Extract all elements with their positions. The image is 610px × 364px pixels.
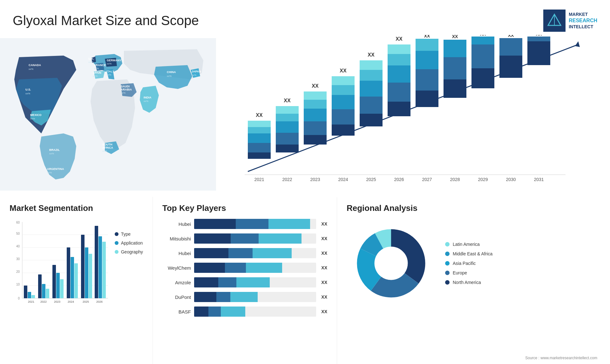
svg-marker-36 [575,41,580,47]
svg-rect-131 [71,257,74,298]
svg-rect-73 [388,83,410,102]
svg-text:SAUDI: SAUDI [121,85,130,88]
svg-text:BRAZIL: BRAZIL [49,148,60,152]
svg-text:XX: XX [256,112,263,118]
svg-rect-126 [52,265,56,298]
svg-text:ARABIA: ARABIA [121,88,132,91]
svg-rect-65 [360,114,383,126]
svg-rect-92 [471,37,494,44]
svg-rect-69 [360,60,383,70]
svg-text:ARGENTINA: ARGENTINA [47,167,64,171]
legend-item-geography: Geography [115,249,143,254]
player-xx-dupont: XX [321,294,327,300]
logo-text: MARKET RESEARCH INTELLECT [569,11,597,30]
reg-legend-asia-pacific: Asia Pacific [445,261,492,266]
growth-chart-section: XX 2021 XX 2022 XX 2023 [222,35,597,194]
svg-rect-52 [304,121,327,135]
player-bar-hubei1 [194,219,316,229]
player-row-hubei1: Hubei XX [162,219,327,229]
svg-rect-95 [499,56,522,78]
svg-text:2031: 2031 [534,177,544,182]
svg-rect-120 [31,295,35,298]
svg-rect-91 [471,44,494,68]
svg-rect-47 [276,114,299,121]
player-bar-weylchem [194,263,316,273]
geography-dot [115,250,119,254]
player-row-basf: BASF XX [162,307,327,317]
player-name-basf: BASF [162,309,191,314]
svg-text:2025: 2025 [83,300,89,303]
svg-text:XX: XX [396,36,403,42]
legend-item-application: Application [115,240,143,246]
svg-rect-140 [102,242,106,298]
players-section: Top Key Players Hubei XX Mitsubishi [152,197,337,364]
svg-rect-61 [332,85,355,95]
europe-label: Europe [453,270,467,275]
north-america-dot [445,280,450,285]
svg-rect-67 [360,81,383,97]
world-map-section: CANADA xx% U.S. xx% MEXICO xx% BRAZIL xx… [0,35,216,194]
svg-text:XX: XX [424,35,430,38]
svg-rect-62 [332,76,355,85]
type-label: Type [121,232,131,237]
bottom-section: Market Segmentation 0 10 20 30 40 50 60 [0,197,610,364]
svg-text:xx%: xx% [144,100,148,103]
segmentation-title: Market Segmentation [10,203,143,213]
svg-text:XX: XX [368,52,375,57]
reg-legend-europe: Europe [445,270,492,275]
svg-rect-82 [416,39,438,51]
svg-text:2027: 2027 [422,177,432,182]
svg-rect-138 [95,226,98,298]
donut-container: Latin America Middle East & Africa Asia … [347,219,600,308]
svg-rect-76 [388,44,410,54]
player-bar-hubei2 [194,248,316,258]
svg-rect-46 [276,121,299,133]
svg-rect-72 [388,102,410,116]
svg-rect-58 [332,125,355,136]
logo-area: MARKET RESEARCH INTELLECT [543,10,597,32]
svg-text:xx%: xx% [94,67,99,70]
svg-text:SOUTH: SOUTH [102,143,112,146]
player-xx-hubei1: XX [321,221,327,226]
svg-text:2022: 2022 [282,177,292,182]
svg-text:10: 10 [16,283,20,286]
player-name-hubei2: Hubei [162,251,191,256]
svg-text:XX: XX [452,35,458,39]
svg-rect-96 [499,38,522,56]
svg-text:2022: 2022 [40,300,47,303]
geography-label: Geography [121,249,143,254]
svg-text:40: 40 [16,245,20,248]
svg-text:2021: 2021 [254,177,264,182]
svg-text:XX: XX [508,35,514,38]
segmentation-section: Market Segmentation 0 10 20 30 40 50 60 [0,197,152,364]
svg-text:xx%: xx% [47,171,52,174]
regional-legend: Latin America Middle East & Africa Asia … [445,242,492,285]
svg-rect-55 [304,91,327,100]
svg-rect-38 [248,143,271,152]
svg-text:U.K.: U.K. [88,57,94,60]
svg-rect-60 [332,95,355,109]
player-name-hubei1: Hubei [162,221,191,227]
application-label: Application [121,240,143,246]
svg-rect-39 [248,133,271,143]
svg-rect-45 [276,133,299,145]
svg-text:xx%: xx% [192,74,196,77]
svg-rect-86 [444,57,466,79]
svg-rect-136 [89,254,92,298]
svg-text:0: 0 [18,297,20,300]
reg-legend-middle-east: Middle East & Africa [445,251,492,256]
svg-text:xx%: xx% [49,152,54,155]
player-xx-basf: XX [321,309,327,314]
player-bar-mitsubishi [194,233,316,244]
player-name-weylchem: WeylChem [162,265,191,271]
svg-rect-80 [416,69,438,91]
svg-rect-135 [85,247,88,298]
player-row-amzole: Amzole XX [162,277,327,287]
svg-point-147 [375,247,408,280]
regional-section: Regional Analysis [337,197,610,364]
svg-rect-122 [38,274,42,298]
svg-text:2024: 2024 [338,177,348,182]
svg-text:XX: XX [340,68,347,73]
svg-rect-74 [388,65,410,83]
player-row-dupont: DuPont XX [162,292,327,302]
